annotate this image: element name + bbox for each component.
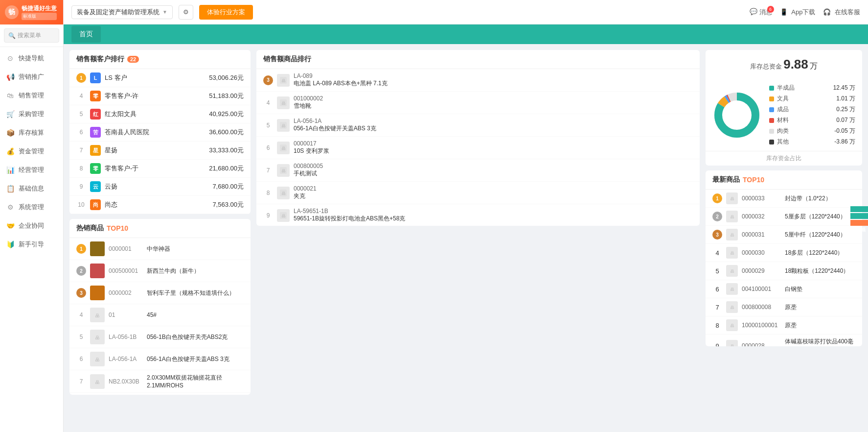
rank-number: 6 <box>76 356 86 362</box>
sidebar-item-quick-nav[interactable]: ⊙ 快捷导航 <box>0 49 63 68</box>
content-area: 销售额客户排行 22 1 L LS 客户 53,006.26元 4 零 零售客户… <box>64 44 868 432</box>
cs-community-button[interactable]: 服务社区 <box>850 213 868 219</box>
svg-text:品: 品 <box>282 214 285 217</box>
product-code: LA-056-1A <box>294 118 693 124</box>
customer-amount: 21,680.00元 <box>209 164 244 173</box>
product-thumbnail: 品 <box>277 164 290 177</box>
svg-text:品: 品 <box>282 124 285 127</box>
hot-product-item: 2 000500001 新西兰牛肉（新牛） <box>69 260 251 282</box>
cs-live-button[interactable]: 直播 <box>850 220 868 226</box>
product-thumbnail <box>90 286 105 300</box>
settings-button[interactable]: ⚙ <box>179 5 193 20</box>
sidebar-item-basic[interactable]: 📋 基础信息 <box>0 179 63 198</box>
rank-number: 7 <box>76 147 86 154</box>
sidebar-item-inventory[interactable]: 📦 库存核算 <box>0 123 63 142</box>
product-ranking-item: 5 品 LA-056-1A 056-1A白色按键开关盖ABS 3克 <box>256 114 700 137</box>
cs-hotline-button[interactable]: 客服热线 <box>850 206 868 212</box>
rank-number: 9 <box>712 342 722 347</box>
svg-text:品: 品 <box>731 233 734 237</box>
sales-icon: 🛍 <box>6 91 15 100</box>
cs-buttons: 客服热线 服务社区 直播 <box>850 206 868 226</box>
top-header: 装备及固定资产辅助管理系统 ▼ ⚙ 体验行业方案 💬 消息 6 📱 App下载 … <box>64 0 868 24</box>
legend-dot <box>769 118 774 123</box>
product-name: 59651-1B旋转投影灯电池盒ABS黑色+58克 <box>294 215 693 223</box>
newest-product-item: 4 品 0000030 18多层（1220*2440） <box>706 244 862 262</box>
svg-text:品: 品 <box>282 169 285 172</box>
customer-avatar: 红 <box>90 109 101 120</box>
svg-text:品: 品 <box>731 197 734 200</box>
marketing-icon: 📢 <box>6 72 15 81</box>
rank-number: 8 <box>76 165 86 172</box>
inventory-icon: 📦 <box>6 128 15 137</box>
svg-text:品: 品 <box>282 146 285 150</box>
system-icon: ⚙ <box>6 203 15 212</box>
system-selector[interactable]: 装备及固定资产辅助管理系统 ▼ <box>71 5 173 19</box>
chart-footer: 库存资金占比 <box>706 151 862 166</box>
legend-item: 文具 1.01 万 <box>769 95 855 103</box>
sales-ranking-title: 销售额客户排行 22 <box>76 55 139 64</box>
header-right: 💬 消息 6 📱 App下载 🎧 在线客服 <box>750 8 860 17</box>
search-menu-button[interactable]: 🔍 搜索菜单 <box>4 28 59 43</box>
legend-label: 成品 <box>777 105 833 114</box>
legend-dot <box>769 140 774 144</box>
sidebar-item-cooperation[interactable]: 🤝 企业协同 <box>0 216 63 235</box>
rank-number: 8 <box>263 190 273 196</box>
product-thumbnail: 品 <box>726 319 738 331</box>
legend-item: 半成品 12.45 万 <box>769 84 855 92</box>
product-thumbnail: 品 <box>90 352 105 366</box>
sidebar-item-finance[interactable]: 💰 资金管理 <box>0 142 63 161</box>
legend-value: 1.01 万 <box>836 95 855 103</box>
product-thumbnail: 品 <box>277 74 290 87</box>
product-name: 5厘多层（1220*2440） <box>785 213 855 221</box>
product-code: 0000030 <box>742 249 781 256</box>
rank-number: 6 <box>712 286 722 293</box>
newest-products-title: 最新商品 TOP10 <box>712 175 764 184</box>
product-info: 001000002 雪地靴 <box>294 95 693 110</box>
customer-name: 云扬 <box>105 182 208 191</box>
product-info: LA-59651-1B 59651-1B旋转投影灯电池盒ABS黑色+58克 <box>294 208 693 223</box>
tab-home[interactable]: 首页 <box>71 26 101 43</box>
product-code: 0000002 <box>109 289 143 296</box>
sidebar-item-operation[interactable]: 📊 经营管理 <box>0 161 63 179</box>
sidebar: 畅 畅捷通好生意 标准版 🔍 搜索菜单 ⊙ 快捷导航 📢 营销推广 🛍 销售管理… <box>0 0 64 432</box>
legend-value: 12.45 万 <box>833 84 855 92</box>
product-name: 056-1A白色按键开关盖ABS 3克 <box>147 355 244 363</box>
hot-products-list: 1 0000001 中华神器 2 000500001 新西兰牛肉（新牛） 3 0… <box>69 238 251 395</box>
rank-number: 4 <box>76 93 86 99</box>
sales-ranking-item: 8 零 零售客户-于 21,680.00元 <box>69 160 251 178</box>
basic-icon: 📋 <box>6 184 15 193</box>
svg-text:品: 品 <box>731 306 734 309</box>
hot-products-panel: 热销商品 TOP10 1 0000001 中华神器 2 000500001 新西… <box>69 219 251 395</box>
sales-ranking-item: 10 尚 尚态 7,563.00元 <box>69 196 251 214</box>
customer-avatar: 云 <box>90 181 101 192</box>
sidebar-item-purchase[interactable]: 🛒 采购管理 <box>0 105 63 123</box>
message-badge[interactable]: 💬 消息 6 <box>750 8 772 17</box>
trial-plan-button[interactable]: 体验行业方案 <box>199 5 253 20</box>
inventory-chart-area: 半成品 12.45 万 文具 1.01 万 成品 0.25 万 材料 0.07 … <box>706 79 862 151</box>
sidebar-item-marketing[interactable]: 📢 营销推广 <box>0 68 63 86</box>
product-info: 000800005 手机测试 <box>294 163 693 178</box>
product-info: 0000021 夹克 <box>294 185 693 200</box>
svg-text:品: 品 <box>95 336 99 340</box>
hot-product-item: 7 品 NB2.0X30B 2.0X30MM双搓花轴搓花直径2.1MM/ROHS <box>69 370 251 393</box>
rank-number: 6 <box>263 144 273 151</box>
rank-number: 8 <box>712 322 722 329</box>
product-info: LA-089 电池盖 LA-089 ABS本色+黑种 7.1克 <box>294 72 693 88</box>
svg-text:品: 品 <box>731 324 734 327</box>
app-download-link[interactable]: 📱 App下载 <box>780 8 816 17</box>
sidebar-search-area[interactable]: 🔍 搜索菜单 <box>0 24 63 47</box>
legend-item: 肉类 -0.05 万 <box>769 127 855 135</box>
svg-text:品: 品 <box>95 313 99 318</box>
product-code: 0000031 <box>742 231 781 238</box>
sidebar-item-system[interactable]: ⚙ 系统管理 <box>0 198 63 216</box>
product-code: LA-056-1B <box>109 334 143 340</box>
customer-avatar: 苦 <box>90 127 101 138</box>
sidebar-item-guide[interactable]: 🔰 新手引导 <box>0 235 63 254</box>
sidebar-item-sales[interactable]: 🛍 销售管理 <box>0 86 63 105</box>
legend-value: -0.05 万 <box>834 127 855 135</box>
product-code: 0000001 <box>109 245 143 252</box>
rank-number: 7 <box>76 378 86 385</box>
product-name: 智利车子里（规格不知道填什么） <box>147 289 244 297</box>
online-service-link[interactable]: 🎧 在线客服 <box>823 8 860 17</box>
customer-amount: 33,333.00元 <box>209 146 244 155</box>
